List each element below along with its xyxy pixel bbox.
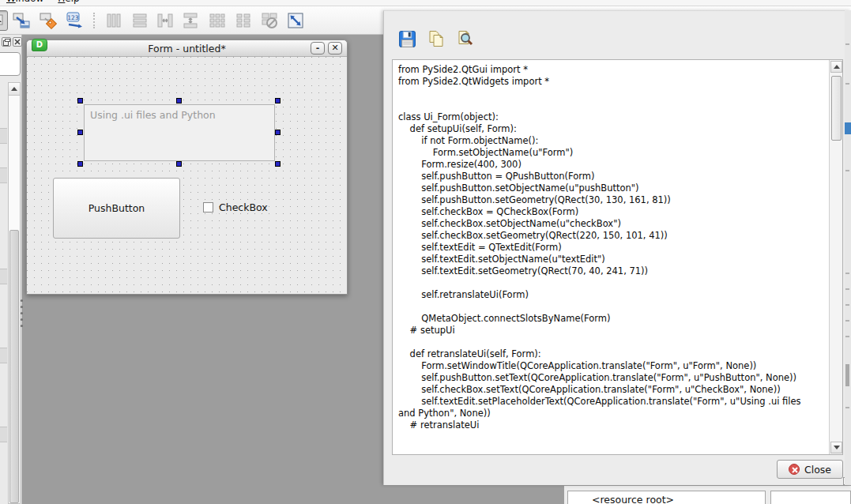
resource-root-item[interactable]: <resource root>: [592, 494, 674, 504]
edit-tab-order-icon[interactable]: 123: [65, 10, 85, 31]
widget-box-scrollbar[interactable]: [8, 82, 21, 504]
code-line: Form.setObjectName(u"Form"): [398, 147, 829, 159]
scroll-up-icon[interactable]: [830, 61, 842, 73]
find-icon[interactable]: [456, 29, 475, 48]
code-line: self.textEdit.setObjectName(u"textEdit"): [398, 254, 829, 265]
selection-handle[interactable]: [275, 130, 281, 135]
edit-signals-slots-icon[interactable]: [11, 10, 32, 31]
code-line: self.textEdit.setGeometry(QRect(70, 40, …: [398, 265, 829, 277]
code-line: class Ui_Form(object):: [398, 111, 829, 123]
widget-category-row[interactable]: [0, 427, 7, 442]
resource-tree[interactable]: <resource root>: [567, 491, 766, 504]
code-line: self.pushButton.setText(QCoreApplication…: [398, 372, 829, 384]
copy-icon[interactable]: [427, 29, 446, 48]
toolbar-separator: [93, 13, 95, 28]
code-preview-dialog: from PySide2.QtGui import *from PySide2.…: [383, 10, 851, 485]
form-canvas[interactable]: Using .ui files and Python PushButton Ch…: [27, 57, 347, 294]
widget-category-row[interactable]: [0, 269, 7, 284]
menu-window[interactable]: Window: [6, 0, 43, 4]
widget-category-row[interactable]: [0, 167, 7, 183]
adjust-size-icon[interactable]: [285, 10, 306, 31]
menu-help[interactable]: Help: [58, 0, 79, 4]
code-editor[interactable]: from PySide2.QtGui import *from PySide2.…: [392, 59, 843, 455]
code-line: if not Form.objectName():: [398, 135, 829, 147]
break-layout-icon: [259, 10, 280, 31]
code-line: # setupUi: [398, 325, 829, 337]
selection-handle[interactable]: [77, 98, 83, 103]
selection-handle[interactable]: [176, 161, 182, 167]
code-line: [398, 88, 829, 100]
dock-close-icon[interactable]: [13, 37, 22, 47]
edit-widgets-icon[interactable]: [0, 10, 8, 31]
code-line: self.checkBox.setObjectName(u"checkBox"): [398, 218, 829, 230]
scrollbar-thumb-sliver: [845, 364, 849, 386]
form-window-title: Form - untitled*: [27, 43, 347, 55]
edit-buddies-icon[interactable]: [38, 10, 58, 31]
code-line: self.checkBox = QCheckBox(Form): [398, 206, 829, 218]
code-line: self.checkBox.setText(QCoreApplication.t…: [398, 384, 829, 396]
code-line: self.textEdit.setPlaceholderText(QCoreAp…: [398, 396, 829, 408]
close-button[interactable]: Close: [777, 460, 843, 479]
code-line: Form.setWindowTitle(QCoreApplication.tra…: [398, 360, 829, 372]
code-line: [398, 301, 829, 313]
checkbox-box[interactable]: [203, 202, 213, 213]
layout-horizontally-icon: [104, 10, 124, 31]
menubar: Window Help: [0, 0, 851, 6]
code-line: [398, 277, 829, 289]
form-designer-window: D Form - untitled* - ✕ Using .ui files a…: [26, 39, 348, 295]
layout-grid-icon: [207, 10, 228, 31]
code-line: self.checkBox.setGeometry(QRect(220, 150…: [398, 230, 829, 242]
close-button-label: Close: [804, 464, 831, 476]
form-window-titlebar[interactable]: D Form - untitled* - ✕: [27, 40, 347, 57]
minimize-button[interactable]: -: [311, 42, 325, 55]
layout-form-icon: [233, 10, 254, 31]
scroll-up-icon[interactable]: [9, 83, 20, 96]
save-icon[interactable]: [397, 29, 416, 48]
widget-filter-input[interactable]: [0, 52, 21, 76]
code-line: from PySide2.QtGui import *: [398, 64, 829, 76]
selection-handle[interactable]: [77, 130, 83, 135]
selection-handle[interactable]: [176, 98, 182, 103]
resource-list[interactable]: [770, 491, 851, 504]
resource-browser-panel: <resource root>: [563, 485, 851, 504]
pushbutton-widget[interactable]: PushButton: [53, 178, 180, 239]
close-icon: [789, 464, 800, 475]
code-text: from PySide2.QtGui import *from PySide2.…: [393, 60, 829, 454]
selected-item-sliver: [845, 122, 851, 134]
code-line: self.pushButton.setGeometry(QRect(30, 13…: [398, 194, 829, 206]
scroll-down-icon[interactable]: [830, 442, 842, 453]
code-line: from PySide2.QtWidgets import *: [398, 76, 829, 88]
layout-vertically-icon: [130, 10, 150, 31]
code-line: self.pushButton = QPushButton(Form): [398, 171, 829, 182]
code-line: # retranslateUi: [398, 419, 829, 431]
textedit-widget[interactable]: Using .ui files and Python: [84, 104, 275, 161]
code-line: self.pushButton.setObjectName(u"pushButt…: [398, 182, 829, 194]
qt-designer-screen: Window Help 123: [0, 0, 851, 504]
code-line: [398, 337, 829, 348]
selection-handle[interactable]: [275, 161, 281, 167]
scrollbar-thumb[interactable]: [831, 76, 842, 141]
scrollbar-thumb[interactable]: [9, 230, 19, 503]
dock-float-icon[interactable]: [2, 37, 11, 47]
tab-order-badge: 123: [67, 14, 79, 21]
widget-box-dock: [0, 35, 22, 504]
checkbox-widget[interactable]: CheckBox: [203, 201, 268, 213]
code-scrollbar[interactable]: [829, 60, 842, 454]
code-line: self.textEdit = QTextEdit(Form): [398, 242, 829, 254]
code-line: [398, 100, 829, 111]
widget-category-row[interactable]: [0, 348, 7, 363]
selection-handle[interactable]: [275, 98, 281, 103]
code-line: Form.resize(400, 300): [398, 159, 829, 171]
checkbox-label: CheckBox: [219, 201, 268, 213]
code-line: self.retranslateUi(Form): [398, 289, 829, 301]
right-edge-window-sliver: [845, 10, 851, 485]
widget-category-row[interactable]: [0, 128, 7, 144]
selection-handle[interactable]: [77, 161, 83, 167]
close-window-button[interactable]: ✕: [328, 42, 342, 55]
code-line: def setupUi(self, Form):: [398, 123, 829, 135]
layout-horizontal-splitter-icon: [155, 10, 175, 31]
code-line: QMetaObject.connectSlotsByName(Form): [398, 313, 829, 325]
layout-vertical-splitter-icon: [180, 10, 201, 31]
code-line: def retranslateUi(self, Form):: [398, 348, 829, 360]
dock-splitter-handle[interactable]: [21, 295, 24, 331]
